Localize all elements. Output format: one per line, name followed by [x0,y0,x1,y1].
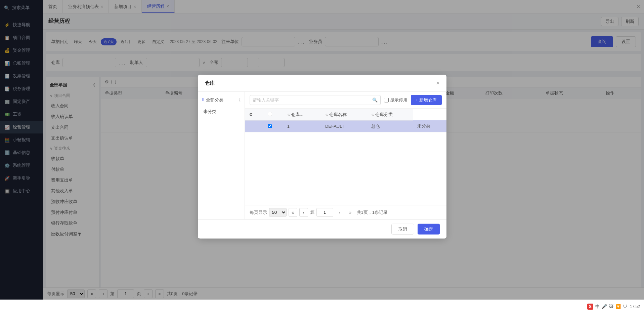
modal-col-仓库名称: ⇅ 仓库名称 [321,109,367,120]
row-id-cell: 1 [283,120,321,132]
row-category-cell: 未分类 [413,120,446,132]
modal-settings-icon[interactable]: ⚙ [249,112,253,117]
modal-next-page[interactable]: › [335,208,344,217]
cancel-button[interactable]: 取消 [391,224,414,234]
show-disabled-checkbox[interactable] [384,97,389,102]
taskbar-s-icon: S [587,304,593,310]
row-name-cell: 总仓 [367,120,413,132]
taskbar-icon-5: 🔽 [615,304,621,309]
modal-actions: 取消 确定 [198,219,446,238]
confirm-button[interactable]: 确定 [418,224,440,234]
modal-all-label[interactable]: ⠿ 全部分类 [202,97,223,103]
modal-left-panel: ⠿ 全部分类 《 未分类 [198,91,245,219]
row-settings-cell [245,120,264,132]
modal-dialog: 仓库 × ⠿ 全部分类 《 未分类 🔍 显示 [198,75,446,238]
modal-search-icon: 🔍 [372,97,378,103]
modal-body: ⠿ 全部分类 《 未分类 🔍 显示停用 + 新增仓库 [198,91,446,219]
row-code-cell: DEFAULT [321,120,367,132]
modal-toolbar: 🔍 显示停用 + 新增仓库 [245,91,446,109]
taskbar: S 中 🎤 🖼 🔽 🛡 17:52 [0,300,644,313]
modal-right-panel: 🔍 显示停用 + 新增仓库 ⚙⇅ 仓库...⇅ 仓库名称⇅ 仓库分类 1 DEF… [245,91,446,219]
modal-last-page[interactable]: » [346,208,355,217]
modal-col-仓库...: ⇅ 仓库... [283,109,321,120]
modal-search-box[interactable]: 🔍 [250,95,381,105]
modal-pagination: 每页显示 50100 « ‹ 算 › » 共1页，1条记录 [245,205,446,219]
show-disabled-label[interactable]: 显示停用 [384,97,407,103]
modal-title: 仓库 [205,80,215,86]
modal-first-page[interactable]: « [289,208,297,217]
modal-table-area: ⚙⇅ 仓库...⇅ 仓库名称⇅ 仓库分类 1 DEFAULT 总仓 未分类 [245,109,446,205]
modal-left-header: ⠿ 全部分类 《 [198,94,245,106]
modal-prev-page[interactable]: ‹ [299,208,308,217]
taskbar-icon-3: 🎤 [602,304,607,309]
modal-close-button[interactable]: × [436,79,440,86]
row-check-cell [264,120,283,132]
row-checkbox[interactable] [268,123,272,128]
taskbar-icon-6: 🛡 [623,304,627,309]
modal-page-input[interactable] [316,208,333,217]
taskbar-icon-2: 中 [595,304,600,310]
modal-col-check [264,109,283,120]
modal-select-all[interactable] [268,112,272,116]
modal-data-table: ⚙⇅ 仓库...⇅ 仓库名称⇅ 仓库分类 1 DEFAULT 总仓 未分类 [245,109,446,132]
modal-collapse-icon[interactable]: 《 [237,97,241,103]
modal-per-page-label: 每页显示 [250,209,267,215]
modal-total: 共1页，1条记录 [357,209,388,215]
modal-per-page-select[interactable]: 50100 [269,208,287,217]
modal-col-settings: ⚙ [245,109,264,120]
modal-table-row[interactable]: 1 DEFAULT 总仓 未分类 [245,120,446,132]
add-warehouse-button[interactable]: + 新增仓库 [411,95,441,105]
taskbar-icons: S 中 🎤 🖼 🔽 🛡 [587,304,627,310]
modal-left-item-未分类[interactable]: 未分类 [198,106,245,117]
modal-search-input[interactable] [253,97,371,103]
modal-header: 仓库 × [198,75,446,91]
taskbar-time: 17:52 [630,304,640,309]
taskbar-icon-4: 🖼 [609,304,613,309]
modal-page-label: 算 [310,209,314,215]
modal-col-仓库分类: ⇅ 仓库分类 [367,109,413,120]
